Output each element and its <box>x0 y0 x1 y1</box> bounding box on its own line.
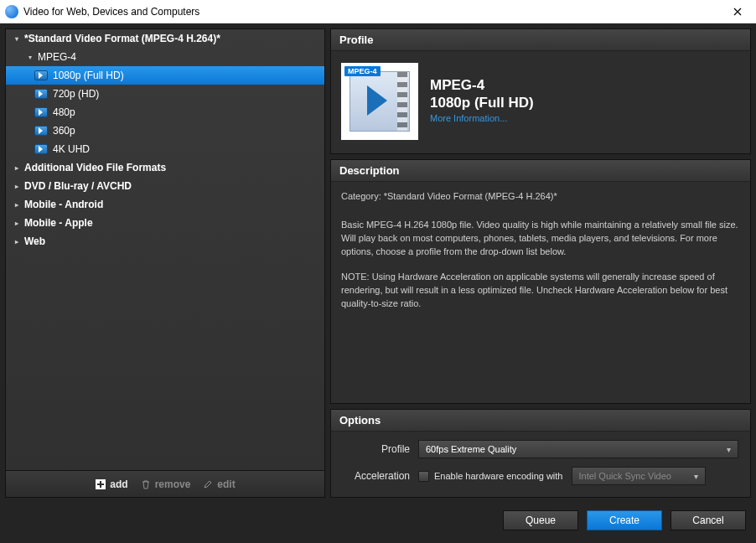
format-icon <box>34 107 48 117</box>
chevron-right-icon: ▸ <box>13 219 21 227</box>
tree-label: 480p <box>53 106 75 118</box>
more-information-link[interactable]: More Information... <box>430 113 507 123</box>
select-value: Intel Quick Sync Video <box>579 471 671 481</box>
profile-title-1: MPEG-4 <box>430 76 534 94</box>
button-label: add <box>110 478 127 490</box>
description-panel: Description Category: *Standard Video Fo… <box>330 159 751 404</box>
profile-select[interactable]: 60fps Extreme Quality <box>418 440 738 458</box>
tree-label: Web <box>24 235 45 247</box>
format-icon <box>34 144 48 154</box>
select-value: 60fps Extreme Quality <box>426 444 516 454</box>
acceleration-engine-select[interactable]: Intel Quick Sync Video <box>572 467 706 485</box>
options-panel: Options Profile 60fps Extreme Quality Ac… <box>330 409 751 498</box>
create-button[interactable]: Create <box>587 510 662 530</box>
trash-icon <box>140 478 152 490</box>
tree-item-360p[interactable]: 360p <box>6 122 324 140</box>
tree-category-standard[interactable]: ▾ *Standard Video Format (MPEG-4 H.264)* <box>6 29 324 48</box>
tree-label: Mobile - Android <box>24 199 103 210</box>
app-icon <box>5 5 18 18</box>
main: Profile MPEG-4 MPEG-4 1080p (Full HD) <box>330 28 751 498</box>
tree-item-480p[interactable]: 480p <box>6 103 324 122</box>
add-button[interactable]: add <box>95 478 127 490</box>
options-heading: Options <box>331 410 750 432</box>
tree-group-mpeg4[interactable]: ▾ MPEG-4 <box>6 48 324 66</box>
content: ▾ *Standard Video Format (MPEG-4 H.264)*… <box>5 28 751 498</box>
film-strip-icon <box>397 72 407 131</box>
button-label: Create <box>609 515 639 526</box>
chevron-down-icon: ▾ <box>26 53 34 61</box>
chevron-right-icon: ▸ <box>13 200 21 209</box>
tree-label: DVD / Blu-ray / AVCHD <box>24 180 132 192</box>
tree-label: 360p <box>53 125 75 137</box>
format-badge: MPEG-4 <box>344 66 381 76</box>
format-icon <box>34 126 48 136</box>
chevron-right-icon: ▸ <box>13 182 21 190</box>
pencil-icon <box>202 478 214 490</box>
plus-icon <box>95 478 106 490</box>
queue-button[interactable]: Queue <box>503 510 578 530</box>
tree-item-4kuhd[interactable]: 4K UHD <box>6 140 324 158</box>
cancel-button[interactable]: Cancel <box>671 510 746 530</box>
tree-label: Additional Video File Formats <box>24 162 166 173</box>
button-label: edit <box>217 478 235 490</box>
profile-titles: MPEG-4 1080p (Full HD) More Information.… <box>430 63 534 140</box>
description-paragraph-1: Basic MPEG-4 H.264 1080p file. Video qua… <box>341 219 740 259</box>
tree-category-additional[interactable]: ▸ Additional Video File Formats <box>6 158 324 177</box>
close-icon <box>733 8 742 16</box>
tree-label: MPEG-4 <box>38 51 76 63</box>
format-icon <box>34 89 48 99</box>
profile-panel: Profile MPEG-4 MPEG-4 1080p (Full HD) <box>330 28 751 154</box>
tree-category-apple[interactable]: ▸ Mobile - Apple <box>6 214 324 232</box>
app-window: Video for Web, Devices and Computers ▾ *… <box>0 0 756 543</box>
tree-category-dvd[interactable]: ▸ DVD / Blu-ray / AVCHD <box>6 177 324 195</box>
option-row-acceleration: Acceleration Enable hardware encoding wi… <box>343 467 738 485</box>
close-button[interactable] <box>724 2 751 22</box>
format-tree[interactable]: ▾ *Standard Video Format (MPEG-4 H.264)*… <box>5 28 325 471</box>
button-label: Queue <box>526 515 556 526</box>
description-body: Category: *Standard Video Format (MPEG-4… <box>331 182 750 403</box>
profile-title-2: 1080p (Full HD) <box>430 94 534 111</box>
description-category: Category: *Standard Video Format (MPEG-4… <box>341 190 740 204</box>
profile-thumbnail: MPEG-4 <box>341 63 418 140</box>
button-label: Cancel <box>692 515 723 526</box>
edit-button[interactable]: edit <box>202 478 235 490</box>
titlebar: Video for Web, Devices and Computers <box>0 0 756 23</box>
chevron-down-icon: ▾ <box>13 34 21 43</box>
button-label: remove <box>155 478 191 490</box>
description-paragraph-2: NOTE: Using Hardware Acceleration on app… <box>341 271 740 311</box>
tree-category-android[interactable]: ▸ Mobile - Android <box>6 195 324 214</box>
play-icon <box>367 85 387 116</box>
tree-label: *Standard Video Format (MPEG-4 H.264)* <box>24 33 220 44</box>
acceleration-label: Acceleration <box>343 470 410 482</box>
body: ▾ *Standard Video Format (MPEG-4 H.264)*… <box>0 23 756 543</box>
profile-label: Profile <box>343 443 410 455</box>
option-row-profile: Profile 60fps Extreme Quality <box>343 440 738 458</box>
hardware-encoding-checkbox[interactable] <box>418 471 429 482</box>
sidebar: ▾ *Standard Video Format (MPEG-4 H.264)*… <box>5 28 325 498</box>
chevron-right-icon: ▸ <box>13 163 21 172</box>
format-icon <box>34 70 48 80</box>
tree-item-1080p[interactable]: 1080p (Full HD) <box>6 66 324 85</box>
hardware-encoding-label: Enable hardware encoding with <box>434 471 563 481</box>
remove-button[interactable]: remove <box>140 478 191 490</box>
tree-label: 720p (HD) <box>53 88 99 100</box>
thumbnail-inner <box>350 71 410 132</box>
tree-label: Mobile - Apple <box>24 217 93 229</box>
chevron-right-icon: ▸ <box>13 237 21 246</box>
profile-body: MPEG-4 MPEG-4 1080p (Full HD) More Infor… <box>331 51 750 153</box>
sidebar-toolbar: add remove edit <box>5 471 325 498</box>
options-body: Profile 60fps Extreme Quality Accelerati… <box>331 432 750 497</box>
tree-label: 1080p (Full HD) <box>53 70 124 81</box>
window-title: Video for Web, Devices and Computers <box>23 6 724 18</box>
tree-category-web[interactable]: ▸ Web <box>6 232 324 251</box>
dialog-footer: Queue Create Cancel <box>5 503 751 538</box>
tree-label: 4K UHD <box>53 143 90 155</box>
description-heading: Description <box>331 160 750 182</box>
tree-item-720p[interactable]: 720p (HD) <box>6 85 324 103</box>
profile-heading: Profile <box>331 29 750 51</box>
